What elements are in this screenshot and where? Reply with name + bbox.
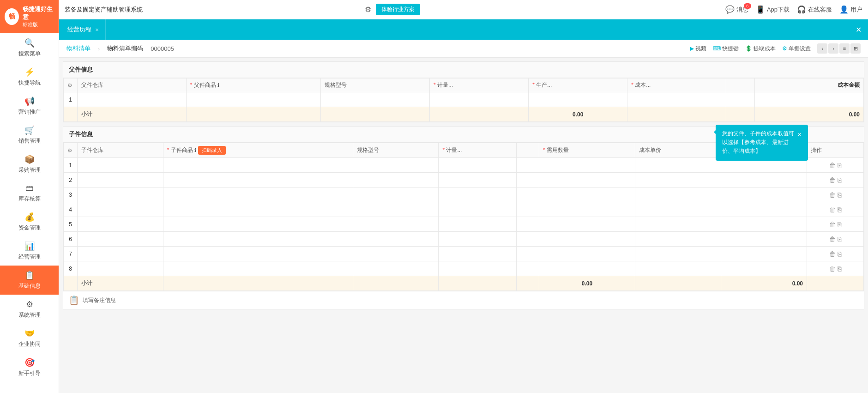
single-settings-action[interactable]: ⚙ 单据设置: [782, 45, 811, 53]
sidebar-item-inventory[interactable]: 🗃库存核算: [0, 179, 59, 207]
child-spec-cell[interactable]: [353, 217, 439, 232]
child-gear-icon[interactable]: ⚙: [67, 147, 72, 154]
child-goods-cell[interactable]: [163, 261, 353, 276]
child-quantity-cell[interactable]: [539, 247, 635, 261]
online-service-button[interactable]: 🎧 在线客服: [797, 5, 832, 14]
child-unit-cell[interactable]: [439, 217, 517, 232]
copy-icon[interactable]: ⎘: [838, 250, 841, 258]
delete-icon[interactable]: 🗑: [829, 206, 836, 213]
child-unit-cell[interactable]: [439, 232, 517, 247]
child-spec-cell[interactable]: [353, 247, 439, 261]
delete-icon[interactable]: 🗑: [829, 221, 836, 228]
sidebar-item-sales[interactable]: 🛒销售管理: [0, 121, 59, 150]
sidebar-item-basic-info[interactable]: 📋基础信息: [0, 266, 59, 295]
copy-icon[interactable]: ⎘: [838, 206, 841, 213]
parent-unit-cell[interactable]: [430, 92, 529, 107]
child-unit-cell[interactable]: [439, 173, 517, 187]
child-goods-cell[interactable]: [163, 187, 353, 202]
delete-icon[interactable]: 🗑: [829, 191, 836, 199]
child-unit-cost-cell[interactable]: [635, 217, 721, 232]
delete-icon[interactable]: 🗑: [829, 265, 836, 272]
child-spec-cell[interactable]: [353, 158, 439, 173]
sidebar-item-guide[interactable]: 🎯新手引导: [0, 353, 59, 382]
shortcuts-action[interactable]: ⌨ 快捷键: [713, 45, 739, 53]
notes-label[interactable]: 填写备注信息: [83, 296, 116, 304]
parent-production-cell[interactable]: [529, 92, 627, 107]
child-quantity-cell[interactable]: [539, 202, 635, 217]
list-view-button[interactable]: ≡: [839, 43, 850, 54]
child-unit-cost-cell[interactable]: [635, 232, 721, 247]
parent-cost-cell[interactable]: [627, 92, 726, 107]
tab-history[interactable]: 经营历程✕: [61, 19, 106, 40]
child-spec-cell[interactable]: [353, 202, 439, 217]
child-quantity-cell[interactable]: [539, 173, 635, 187]
parent-gear-icon[interactable]: ⚙: [67, 82, 72, 89]
child-warehouse-cell[interactable]: [78, 173, 163, 187]
child-unit-cell[interactable]: [439, 247, 517, 261]
child-warehouse-cell[interactable]: [78, 247, 163, 261]
child-goods-cell[interactable]: [163, 158, 353, 173]
child-unit-cost-cell[interactable]: [635, 261, 721, 276]
copy-icon[interactable]: ⎘: [838, 236, 841, 243]
child-unit-cell[interactable]: [439, 187, 517, 202]
sidebar-item-quick-nav[interactable]: ⚡快捷导航: [0, 62, 59, 91]
sidebar-item-finance[interactable]: 💰资金管理: [0, 207, 59, 236]
child-warehouse-cell[interactable]: [78, 187, 163, 202]
child-goods-cell[interactable]: [163, 173, 353, 187]
child-warehouse-cell[interactable]: [78, 232, 163, 247]
sidebar-item-marketing[interactable]: 📢营销推广: [0, 91, 59, 121]
user-menu[interactable]: 👤 用户: [839, 5, 862, 14]
child-goods-cell[interactable]: [163, 202, 353, 217]
messages-button[interactable]: 💬 消息 6: [725, 5, 748, 14]
parent-warehouse-cell[interactable]: [78, 92, 187, 107]
child-unit-cost-cell[interactable]: [635, 187, 721, 202]
close-all-tabs-button[interactable]: ✕: [851, 25, 866, 34]
child-quantity-cell[interactable]: [539, 261, 635, 276]
child-warehouse-cell[interactable]: [78, 217, 163, 232]
app-download-button[interactable]: 📱 App下载: [756, 5, 790, 14]
copy-icon[interactable]: ⎘: [838, 176, 841, 184]
prev-record-button[interactable]: ‹: [817, 43, 827, 54]
child-quantity-cell[interactable]: [539, 187, 635, 202]
copy-icon[interactable]: ⎘: [838, 191, 841, 199]
child-spec-cell[interactable]: [353, 261, 439, 276]
scan-button[interactable]: 扫码录入: [198, 146, 226, 155]
trial-button[interactable]: 体验行业方案: [376, 4, 420, 15]
child-unit-cost-cell[interactable]: [635, 202, 721, 217]
expand-button[interactable]: ⊞: [850, 43, 861, 54]
parent-spec-cell[interactable]: [321, 92, 430, 107]
child-unit-cell[interactable]: [439, 261, 517, 276]
child-goods-cell[interactable]: [163, 232, 353, 247]
breadcrumb-parent[interactable]: 物料清单: [66, 44, 90, 53]
gear-icon[interactable]: ⚙: [365, 5, 371, 14]
child-quantity-cell[interactable]: [539, 158, 635, 173]
next-record-button[interactable]: ›: [828, 43, 838, 54]
delete-icon[interactable]: 🗑: [829, 176, 836, 184]
parent-goods-cell[interactable]: [186, 92, 320, 107]
child-unit-cost-cell[interactable]: [635, 158, 721, 173]
delete-icon[interactable]: 🗑: [829, 236, 836, 243]
child-spec-cell[interactable]: [353, 187, 439, 202]
child-spec-cell[interactable]: [353, 232, 439, 247]
copy-icon[interactable]: ⎘: [838, 265, 841, 272]
sidebar-item-system[interactable]: ⚙系统管理: [0, 295, 59, 324]
sidebar-item-operations[interactable]: 📊经营管理: [0, 236, 59, 266]
child-warehouse-cell[interactable]: [78, 261, 163, 276]
tab-close-icon[interactable]: ✕: [95, 27, 99, 32]
child-unit-cell[interactable]: [439, 158, 517, 173]
child-spec-cell[interactable]: [353, 173, 439, 187]
tooltip-close-button[interactable]: ×: [798, 129, 802, 139]
copy-icon[interactable]: ⎘: [838, 221, 841, 228]
delete-icon[interactable]: 🗑: [829, 250, 836, 258]
delete-icon[interactable]: 🗑: [829, 162, 836, 169]
child-quantity-cell[interactable]: [539, 217, 635, 232]
child-unit-cell[interactable]: [439, 202, 517, 217]
sidebar-item-search[interactable]: 🔍搜索菜单: [0, 33, 59, 62]
child-unit-cost-cell[interactable]: [635, 247, 721, 261]
video-action[interactable]: ▶ 视频: [690, 45, 706, 53]
child-unit-cost-cell[interactable]: [635, 173, 721, 187]
child-quantity-cell[interactable]: [539, 232, 635, 247]
child-goods-cell[interactable]: [163, 247, 353, 261]
copy-icon[interactable]: ⎘: [838, 162, 841, 169]
sidebar-item-purchase[interactable]: 📦采购管理: [0, 150, 59, 179]
